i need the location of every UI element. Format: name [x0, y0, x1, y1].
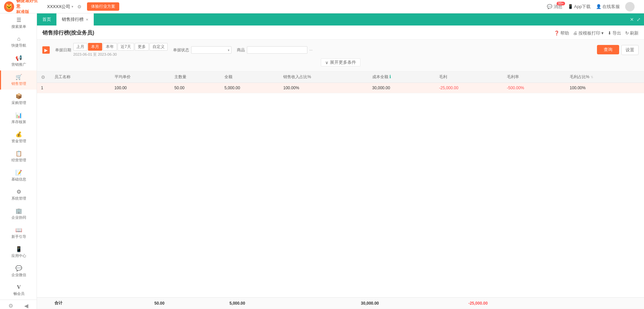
col-gross: 毛利	[435, 71, 503, 83]
tab-expand-icon[interactable]: ⤢	[637, 17, 641, 22]
page-header: 销售排行榜(按业务员) ❓ 帮助 🖨 按模板打印 ▾ ⬇ 导出	[37, 25, 644, 40]
wechat-icon: 💬	[15, 265, 22, 271]
tab-sales-ranking[interactable]: 销售排行榜 ✕	[56, 13, 94, 25]
col-gross-rate: 毛利率	[503, 71, 566, 83]
help-link[interactable]: ❓ 帮助	[554, 30, 569, 36]
table-footer: 合计 50.00 5,000.00 30,000.00 -25,000.00	[37, 297, 644, 309]
sidebar-item-marketing[interactable]: 📢 营销推广	[0, 51, 37, 70]
expand-icon: ∨	[325, 60, 329, 65]
goods-filter-label: 商品	[237, 47, 245, 53]
sidebar-item-inventory[interactable]: 📊 库存核算	[0, 109, 37, 128]
settings-icon[interactable]: ⚙	[77, 4, 82, 9]
enterprise-icon: 🏢	[15, 208, 22, 214]
system-icon: ⚙	[16, 189, 21, 195]
sales-ranking-table: ⚙ 员工名称 平均单价 主数量 全额 销售收入占比% 成本全额 ℹ 毛利 毛利率	[37, 71, 644, 93]
purchase-icon: 📦	[15, 93, 22, 99]
cell-cost: 30,000.00	[368, 83, 435, 93]
col-gross-pct: 毛利占比% ⇅	[566, 71, 644, 83]
col-settings[interactable]: ⚙	[37, 71, 50, 83]
logo-text: 畅捷通好生意 标准版	[16, 0, 41, 15]
sidebar-item-system[interactable]: ⚙ 系统管理	[0, 185, 37, 204]
date-btn-this-year[interactable]: 本年	[103, 43, 117, 51]
company-selector[interactable]: XXXXX公司 ▾	[47, 4, 73, 10]
filter-toggle-btn[interactable]: ▶	[42, 46, 50, 54]
cell-gross-rate: -500.00%	[503, 83, 566, 93]
cost-info-icon[interactable]: ℹ	[389, 74, 391, 79]
industry-btn[interactable]: 体验行业方案	[87, 2, 119, 11]
sidebar-item-guide[interactable]: 📖 新手引导	[0, 223, 37, 243]
guide-icon: 📖	[15, 227, 22, 233]
date-btn-more[interactable]: 更多	[135, 43, 149, 51]
footer-gross-rate	[577, 298, 611, 309]
goods-input[interactable]	[247, 46, 307, 54]
logo: 🐱 畅捷通好生意 标准版	[4, 0, 41, 15]
footer-sales-pct	[324, 298, 357, 309]
help-icon: ❓	[554, 31, 559, 36]
print-btn[interactable]: 🖨 按模板打印 ▾	[573, 30, 604, 36]
refresh-btn[interactable]: ↻ 刷新	[625, 30, 639, 36]
expand-more-btn[interactable]: ∨ 展开更多条件	[321, 58, 360, 66]
filter-settings-btn[interactable]: 设置	[621, 45, 639, 55]
date-btn-custom[interactable]: 自定义	[149, 43, 168, 51]
sidebar-item-basic-info[interactable]: 📝 基础信息	[0, 166, 37, 185]
sidebar-item-sales[interactable]: 🛒 销售管理	[0, 70, 37, 90]
sidebar-item-finance[interactable]: 💰 资金管理	[0, 128, 37, 147]
expand-row: ∨ 展开更多条件	[42, 57, 639, 68]
logo-icon: 🐱	[4, 1, 14, 12]
sidebar-item-wechat[interactable]: 💬 企业微信	[0, 262, 37, 281]
tab-close-icon[interactable]: ✕	[86, 18, 88, 21]
cell-name	[50, 83, 111, 93]
operations-icon: 📋	[15, 150, 22, 157]
finance-icon: 💰	[15, 131, 22, 138]
date-btn-7days[interactable]: 近7天	[118, 43, 134, 51]
app-icon: 📱	[568, 4, 573, 9]
footer-empty-1	[37, 298, 50, 309]
date-btn-group: 上月 本月 本年 近7天 更多 自定义	[73, 43, 168, 51]
home-tab-label: 首页	[42, 16, 51, 22]
sidebar-item-enterprise[interactable]: 🏢 企业协同	[0, 204, 37, 223]
cell-avg-price: 100.00	[111, 83, 171, 93]
col-avg-price: 平均单价	[111, 71, 171, 83]
gross-pct-sort-icon[interactable]: ⇅	[591, 75, 593, 79]
footer-amount: 5,000.00	[225, 298, 324, 309]
status-filter: 单据状态	[173, 46, 231, 54]
sidebar-settings-icon[interactable]: ⚙	[8, 303, 13, 309]
sidebar-item-member[interactable]: V 畅会员	[0, 281, 37, 300]
col-amount: 全额	[220, 71, 279, 83]
date-btn-last-month[interactable]: 上月	[73, 43, 87, 51]
sidebar-item-search[interactable]: ☰ 搜索菜单	[0, 13, 37, 33]
main-layout: ☰ 搜索菜单 ⌂ 快捷导航 📢 营销推广 🛒 销售管理 📦 采购管理 📊 库存核…	[0, 13, 644, 309]
message-btn[interactable]: 💬 消息 99+	[547, 4, 562, 10]
sidebar-item-app-center[interactable]: 📱 应用中心	[0, 243, 37, 262]
sales-ranking-tab-label: 销售排行榜	[62, 16, 84, 22]
member-icon: V	[17, 284, 21, 290]
footer-avg-price	[117, 298, 150, 309]
cell-sales-pct: 100.00%	[279, 83, 368, 93]
sidebar: ☰ 搜索菜单 ⌂ 快捷导航 📢 营销推广 🛒 销售管理 📦 采购管理 📊 库存核…	[0, 13, 37, 309]
table-header-row: ⚙ 员工名称 平均单价 主数量 全额 销售收入占比% 成本全额 ℹ 毛利 毛利率	[37, 71, 644, 83]
status-select-wrapper	[191, 46, 231, 54]
column-settings-icon[interactable]: ⚙	[41, 74, 45, 80]
sidebar-item-operations[interactable]: 📋 经营管理	[0, 147, 37, 166]
export-btn[interactable]: ⬇ 导出	[608, 30, 621, 36]
avatar[interactable]	[625, 2, 635, 11]
sidebar-collapse-icon[interactable]: ◀	[24, 303, 28, 309]
goods-filter-more[interactable]: ···	[309, 48, 313, 52]
cell-amount: 5,000.00	[220, 83, 279, 93]
tab-home[interactable]: 首页	[37, 13, 56, 25]
filter-row-main: ▶ 单据日期 上月 本月 本年 近7天 更多 自定义	[42, 43, 639, 57]
sidebar-item-purchase[interactable]: 📦 采购管理	[0, 90, 37, 109]
app-download-btn[interactable]: 📱 App下载	[568, 4, 591, 10]
sidebar-item-quick-nav[interactable]: ⌂ 快捷导航	[0, 33, 37, 51]
tab-close-window-icon[interactable]: ✕	[630, 17, 634, 22]
query-btn[interactable]: 查询	[597, 45, 619, 54]
footer-gross-pct	[611, 298, 644, 309]
cell-qty: 50.00	[170, 83, 220, 93]
footer-gross: -25,000.00	[464, 298, 577, 309]
date-btn-this-month[interactable]: 本月	[88, 43, 102, 51]
status-filter-label: 单据状态	[173, 47, 189, 53]
page-content: 销售排行榜(按业务员) ❓ 帮助 🖨 按模板打印 ▾ ⬇ 导出	[37, 25, 644, 309]
footer-cost: 30,000.00	[357, 298, 464, 309]
status-select[interactable]	[191, 46, 231, 54]
online-service-btn[interactable]: 👤 在线客服	[596, 4, 620, 10]
